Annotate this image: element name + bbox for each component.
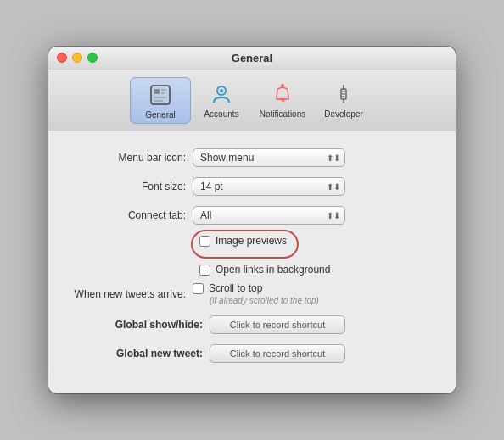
font-size-control: 12 pt 13 pt 14 pt 15 pt 16 pt ⬆⬇ [193,177,430,196]
accounts-icon [208,81,235,108]
tab-developer[interactable]: Developer [313,77,374,124]
tab-notifications[interactable]: Notifications [252,77,313,124]
scroll-to-top-label: Scroll to top [209,282,262,294]
menu-bar-icon-select[interactable]: Show menu Hide menu Always show [193,148,345,167]
window-title: General [232,52,272,64]
global-show-hide-row: Global show/hide: Click to record shortc… [74,315,430,334]
general-icon [147,81,174,109]
connect-tab-label: Connect tab: [74,209,193,221]
tab-accounts[interactable]: Accounts [191,77,252,124]
svg-rect-2 [161,89,166,91]
app-window: General General [48,47,456,394]
open-links-row: Open links in background [199,264,430,276]
notifications-icon [269,81,296,108]
connect-tab-select-wrapper: All None ⬆⬇ [193,206,345,225]
global-new-tweet-label: Global new tweet: [74,348,210,359]
settings-content: Menu bar icon: Show menu Hide menu Alway… [48,131,456,394]
scroll-to-top-checkbox[interactable] [193,283,204,294]
global-new-tweet-row: Global new tweet: Click to record shortc… [74,344,430,363]
font-size-select[interactable]: 12 pt 13 pt 14 pt 15 pt 16 pt [193,177,345,196]
svg-point-8 [281,84,284,87]
image-previews-row: Image previews [199,235,287,247]
toolbar: General Accounts [48,70,456,131]
svg-point-7 [220,89,223,92]
global-new-tweet-button[interactable]: Click to record shortcut [210,344,345,363]
open-links-checkbox[interactable] [199,265,210,276]
developer-icon [330,81,357,108]
menu-bar-icon-select-wrapper: Show menu Hide menu Always show ⬆⬇ [193,148,345,167]
scroll-to-top-check: Scroll to top [193,282,319,294]
connect-tab-select[interactable]: All None [193,206,345,225]
tab-general[interactable]: General [130,77,191,124]
svg-rect-1 [154,89,160,94]
global-show-hide-button[interactable]: Click to record shortcut [210,315,345,334]
minimize-button[interactable] [72,53,82,63]
image-previews-checkbox[interactable] [199,236,210,247]
scroll-subtext: (if already scrolled to the top) [210,296,319,305]
image-previews-section: Image previews [199,235,430,261]
menu-bar-icon-control: Show menu Hide menu Always show ⬆⬇ [193,148,430,167]
font-size-select-wrapper: 12 pt 13 pt 14 pt 15 pt 16 pt ⬆⬇ [193,177,345,196]
open-links-label: Open links in background [216,264,330,276]
tab-developer-label: Developer [324,109,363,119]
open-links-section: Open links in background [199,264,430,276]
close-button[interactable] [57,53,67,63]
traffic-lights [57,53,98,63]
menu-bar-icon-label: Menu bar icon: [74,152,193,164]
scroll-top-container: Scroll to top (if already scrolled to th… [193,282,319,305]
svg-rect-3 [161,92,165,94]
svg-rect-4 [154,97,166,98]
font-size-label: Font size: [74,181,193,192]
image-previews-label: Image previews [216,235,287,247]
tab-accounts-label: Accounts [204,109,238,119]
svg-rect-5 [154,100,163,102]
when-new-tweets-label: When new tweets arrive: [74,288,193,300]
tab-notifications-label: Notifications [260,109,305,119]
connect-tab-row: Connect tab: All None ⬆⬇ [74,206,430,225]
font-size-row: Font size: 12 pt 13 pt 14 pt 15 pt 16 pt… [74,177,430,196]
connect-tab-control: All None ⬆⬇ [193,206,430,225]
when-new-tweets-row: When new tweets arrive: Scroll to top (i… [74,282,430,305]
global-show-hide-label: Global show/hide: [74,319,210,331]
tab-general-label: General [145,110,176,120]
menu-bar-icon-row: Menu bar icon: Show menu Hide menu Alway… [74,148,430,167]
titlebar: General [48,47,456,70]
maximize-button[interactable] [87,53,98,63]
